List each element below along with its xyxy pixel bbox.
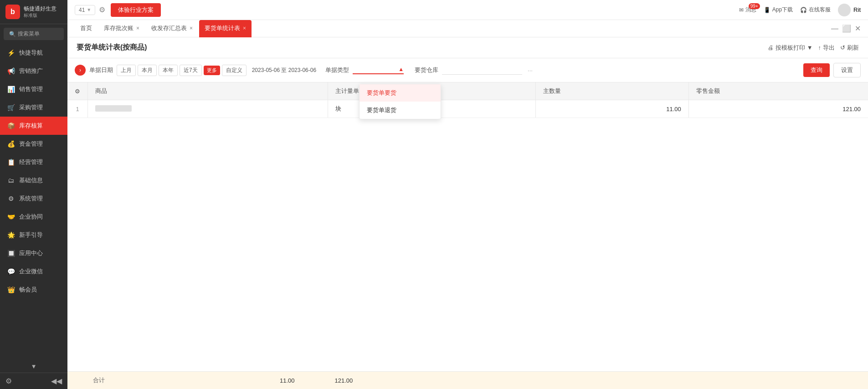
sidebar-item-inventory[interactable]: 📦 库存核算 xyxy=(0,117,67,135)
table-header-row: ⚙ 商品 主计量单位 主数量 零售金额 xyxy=(67,82,868,100)
tab-home[interactable]: 首页 xyxy=(75,20,98,37)
type-chevron-up-icon[interactable]: ▲ xyxy=(398,66,404,72)
system-icon: ⚙ xyxy=(6,194,15,203)
sidebar-item-system[interactable]: ⚙ 系统管理 xyxy=(0,189,67,208)
chevron-down-icon: ▼ xyxy=(87,7,91,12)
tabs-actions: — ⬜ ✕ xyxy=(831,24,861,33)
sidebar-item-purchase[interactable]: 🛒 采购管理 xyxy=(0,98,67,117)
sidebar-menu: ⚡ 快捷导航 📢 营销推广 📊 销售管理 🛒 采购管理 📦 库存核算 💰 资金管… xyxy=(0,44,67,360)
main-area: 41 ▼ ⚙ 体验行业方案 ✉ 消息 99+ 📱 App下载 🎧 在线客服 R xyxy=(67,0,868,389)
row-product xyxy=(88,100,328,118)
query-button[interactable]: 查询 xyxy=(803,63,830,77)
print-button[interactable]: 🖨 按模板打印 ▼ xyxy=(768,44,813,52)
this-year-button[interactable]: 本年 xyxy=(159,65,178,76)
dropdown-item-return[interactable]: 要货单退货 xyxy=(360,102,441,119)
footer-qty: 11.00 xyxy=(280,377,295,384)
online-service-button[interactable]: 🎧 在线客服 xyxy=(800,6,831,14)
close-icon[interactable]: × xyxy=(190,25,193,31)
last-month-button[interactable]: 上月 xyxy=(117,65,136,76)
date-range-display: 2023-05-06 至 2023-06-06 xyxy=(252,67,316,74)
sidebar-item-quicknav[interactable]: ⚡ 快捷导航 xyxy=(0,44,67,62)
sales-icon: 📊 xyxy=(6,85,15,94)
tabs-bar: 首页 库存批次账 × 收发存汇总表 × 要货单统计表 × — ⬜ ✕ xyxy=(67,20,868,37)
type-filter-label: 单据类型 xyxy=(325,66,349,74)
sidebar-item-wecom[interactable]: 💬 企业微信 xyxy=(0,262,67,281)
headset-icon: 🎧 xyxy=(800,7,807,13)
message-icon: ✉ xyxy=(739,7,744,13)
minimize-button[interactable]: — xyxy=(831,25,838,33)
sidebar-logo: b 畅捷通好生意 标准版 xyxy=(0,0,67,24)
sidebar-item-appcenter[interactable]: 🔲 应用中心 xyxy=(0,244,67,262)
wecom-icon: 💬 xyxy=(6,267,15,276)
refresh-button[interactable]: ↺ 刷新 xyxy=(840,44,859,52)
search-icon: 🔍 xyxy=(9,31,16,37)
sidebar-search[interactable]: 🔍 搜索菜单 xyxy=(4,28,64,40)
custom-date-button[interactable]: 自定义 xyxy=(222,65,247,76)
finance-icon: 💰 xyxy=(6,139,15,148)
sidebar-item-baseinfo[interactable]: 🗂 基础信息 xyxy=(0,171,67,189)
app-download-button[interactable]: 📱 App下载 xyxy=(764,6,793,14)
last-7-days-button[interactable]: 近7天 xyxy=(180,65,202,76)
user-menu[interactable]: Rit xyxy=(838,4,861,16)
operations-icon: 📋 xyxy=(6,158,15,167)
industry-trial-button[interactable]: 体验行业方案 xyxy=(111,3,161,17)
sidebar: b 畅捷通好生意 标准版 🔍 搜索菜单 ⚡ 快捷导航 📢 营销推广 📊 销售管理… xyxy=(0,0,67,389)
tab-order-stats[interactable]: 要货单统计表 × xyxy=(199,20,252,37)
th-settings[interactable]: ⚙ xyxy=(67,82,88,100)
type-filter-container[interactable]: ▲ xyxy=(353,66,404,74)
inventory-icon: 📦 xyxy=(6,121,15,130)
page-actions: 🖨 按模板打印 ▼ ↑ 导出 ↺ 刷新 xyxy=(768,44,859,52)
close-window-button[interactable]: ✕ xyxy=(855,24,861,33)
this-month-button[interactable]: 本月 xyxy=(138,65,157,76)
more-button[interactable]: 更多 xyxy=(204,66,220,75)
sidebar-scroll-down[interactable]: ▼ xyxy=(0,360,67,373)
tab-order-stats-label: 要货单统计表 xyxy=(205,24,240,32)
filter-actions: 查询 设置 xyxy=(803,63,861,77)
refresh-icon: ↺ xyxy=(840,44,845,51)
sidebar-item-finance[interactable]: 💰 资金管理 xyxy=(0,135,67,153)
warehouse-more-icon[interactable]: ··· xyxy=(528,67,533,74)
tab-receipt-summary-label: 收发存汇总表 xyxy=(151,24,187,32)
company-select[interactable]: 41 ▼ xyxy=(75,5,95,15)
close-icon[interactable]: × xyxy=(136,25,139,31)
footer-amount: 121.00 xyxy=(335,377,353,384)
tab-inventory-batch-label: 库存批次账 xyxy=(104,24,134,32)
close-icon[interactable]: × xyxy=(243,25,246,31)
table-row: 1 块 11.00 121.00 xyxy=(67,100,868,118)
chevron-right-icon: › xyxy=(79,67,81,73)
topbar-right: ✉ 消息 99+ 📱 App下载 🎧 在线客服 Rit xyxy=(739,4,861,16)
sidebar-item-guide[interactable]: 🌟 新手引导 xyxy=(0,226,67,244)
enterprise-icon: 🤝 xyxy=(6,212,15,221)
collapse-icon[interactable]: ◀◀ xyxy=(51,377,62,385)
warehouse-filter-input[interactable] xyxy=(442,66,522,75)
filter-expand-button[interactable]: › xyxy=(75,65,86,76)
sidebar-item-operations[interactable]: 📋 经营管理 xyxy=(0,153,67,171)
row-amount: 121.00 xyxy=(688,100,868,118)
marketing-icon: 📢 xyxy=(6,67,15,76)
app-logo-icon: b xyxy=(5,5,20,19)
settings-icon[interactable]: ⚙ xyxy=(5,377,12,385)
topbar-left: 41 ▼ ⚙ 体验行业方案 xyxy=(75,3,739,17)
topbar: 41 ▼ ⚙ 体验行业方案 ✉ 消息 99+ 📱 App下载 🎧 在线客服 R xyxy=(67,0,868,20)
warehouse-filter-label: 要货仓库 xyxy=(415,66,438,74)
type-filter-value xyxy=(353,68,398,70)
export-button[interactable]: ↑ 导出 xyxy=(818,44,835,52)
avatar xyxy=(838,4,851,16)
app-logo-text: 畅捷通好生意 标准版 xyxy=(24,5,56,19)
tab-inventory-batch[interactable]: 库存批次账 × xyxy=(98,20,145,37)
sidebar-item-sales[interactable]: 📊 销售管理 xyxy=(0,80,67,98)
sidebar-item-enterprise[interactable]: 🤝 企业协同 xyxy=(0,208,67,226)
print-chevron-icon: ▼ xyxy=(807,44,813,51)
filter-bar: › 单据日期 上月 本月 本年 近7天 更多 自定义 2023-05-06 至 … xyxy=(67,58,868,82)
tab-receipt-summary[interactable]: 收发存汇总表 × xyxy=(146,20,198,37)
dropdown-item-order[interactable]: 要货单要货 xyxy=(360,84,441,102)
maximize-button[interactable]: ⬜ xyxy=(842,24,851,33)
topbar-gear-icon[interactable]: ⚙ xyxy=(99,5,105,14)
settings-button[interactable]: 设置 xyxy=(833,63,861,77)
guide-icon: 🌟 xyxy=(6,230,15,240)
sidebar-item-member[interactable]: 👑 畅会员 xyxy=(0,281,67,299)
th-qty: 主数量 xyxy=(536,82,689,100)
messages-button[interactable]: ✉ 消息 99+ xyxy=(739,6,756,14)
member-icon: 👑 xyxy=(6,285,15,294)
sidebar-item-marketing[interactable]: 📢 营销推广 xyxy=(0,62,67,80)
